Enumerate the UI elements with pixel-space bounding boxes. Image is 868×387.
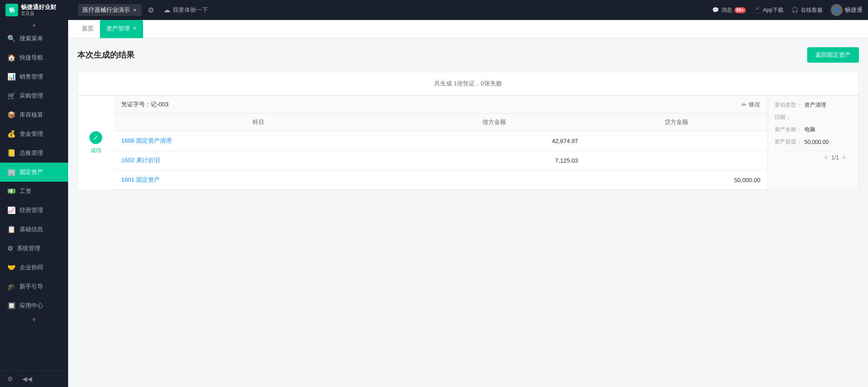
system-icon: ⚙ [7, 244, 13, 253]
sidebar-item-label: 企业协同 [20, 263, 43, 272]
basics-icon: 📋 [7, 225, 16, 233]
date-label: 日期： [774, 114, 791, 121]
debit-cell [403, 170, 585, 190]
sidebar: ▲ 🔍 搜索菜单 🏠 快捷导航 📊 销售管理 🛒 采购管理 📦 库存核算 💰 资… [0, 20, 68, 387]
next-page-icon[interactable]: > [843, 154, 846, 161]
sidebar-item-label: 新手引导 [20, 283, 43, 291]
debit-cell: 7,125.03 [403, 151, 585, 170]
pagination: < 1/1 > [774, 150, 852, 164]
asset-name-label: 资产名称： [774, 126, 802, 134]
credit-cell: 50,000.00 [585, 170, 768, 190]
sidebar-collapse-icon[interactable]: ◀◀ [22, 375, 32, 382]
table-row: 1602 累计折旧 7,125.03 [114, 151, 768, 170]
page-info: 1/1 [831, 154, 839, 161]
voucher-header: 凭证字号：记-003 ✏ 修改 [114, 96, 768, 114]
sidebar-item-label: 库存核算 [20, 111, 43, 119]
sidebar-item-basics[interactable]: 📋 基础信息 [0, 220, 68, 239]
sidebar-item-business[interactable]: 📈 经营管理 [0, 201, 68, 220]
sidebar-scroll-down[interactable]: ▼ [0, 315, 68, 324]
success-indicator: ✓ 成功 [78, 96, 114, 190]
change-type-label: 变动类型： [774, 101, 802, 109]
sidebar-item-fixed-assets[interactable]: 🏢 固定资产 [0, 163, 68, 182]
col-debit: 借方金额 [403, 114, 585, 131]
sidebar-item-system[interactable]: ⚙ 系统管理 [0, 239, 68, 258]
sidebar-item-coop[interactable]: 🤝 企业协同 [0, 258, 68, 277]
success-label: 成功 [90, 147, 101, 154]
account-link[interactable]: 1602 累计折旧 [121, 157, 160, 164]
sidebar-item-sales[interactable]: 📊 销售管理 [0, 67, 68, 86]
sidebar-settings-icon[interactable]: ⚙ [7, 375, 13, 382]
asset-name-value: 电脑 [804, 126, 815, 134]
sidebar-item-ledger[interactable]: 📒 总账管理 [0, 144, 68, 163]
ledger-icon: 📒 [7, 149, 16, 157]
sidebar-item-guide[interactable]: 🎓 新手引导 [0, 277, 68, 296]
tab-asset-mgmt-label: 资产管理 [106, 25, 130, 33]
sales-icon: 📊 [7, 73, 16, 81]
asset-value-label: 资产原值： [774, 138, 802, 146]
inventory-icon: 📦 [7, 111, 16, 119]
message-icon: 💬 [712, 7, 719, 13]
sidebar-item-label: 搜索菜单 [20, 35, 43, 43]
apps-icon: 🔲 [7, 302, 16, 310]
main-layout: ▲ 🔍 搜索菜单 🏠 快捷导航 📊 销售管理 🛒 采购管理 📦 库存核算 💰 资… [0, 20, 868, 387]
account-cell[interactable]: 1601 固定资产 [114, 170, 403, 190]
building-icon: 🏢 [7, 168, 16, 176]
account-cell[interactable]: 1602 累计折旧 [114, 151, 403, 170]
messages-button[interactable]: 💬 消息 99+ [712, 6, 746, 14]
business-icon: 📈 [7, 206, 16, 214]
summary-text: 共生成 1张凭证，0张失败 [434, 80, 501, 87]
notification-badge: 99+ [734, 7, 746, 13]
sidebar-item-inventory[interactable]: 📦 库存核算 [0, 105, 68, 124]
tab-bar: 首页 资产管理 ✕ [68, 20, 868, 38]
guide-icon: 🎓 [7, 283, 16, 291]
logo-name: 畅捷通好业财 [21, 4, 56, 11]
tab-asset-mgmt[interactable]: 资产管理 ✕ [100, 20, 143, 38]
sidebar-item-label: 工资 [20, 187, 31, 195]
change-type-row: 变动类型： 资产清理 [774, 101, 852, 109]
funds-icon: 💰 [7, 130, 16, 138]
sidebar-item-search[interactable]: 🔍 搜索菜单 [0, 29, 68, 48]
dropdown-arrow-icon: ▼ [133, 8, 137, 13]
edit-icon: ✏ [742, 101, 747, 108]
sidebar-item-funds[interactable]: 💰 资金管理 [0, 124, 68, 144]
sidebar-item-label: 采购管理 [20, 92, 43, 100]
voucher-table: 科目 借方金额 贷方金额 1606 固定资产清理 42,874.97 1602 … [114, 114, 768, 190]
sidebar-item-label: 快捷导航 [20, 54, 43, 62]
account-cell[interactable]: 1606 固定资产清理 [114, 131, 403, 151]
sidebar-item-quick-nav[interactable]: 🏠 快捷导航 [0, 48, 68, 67]
sidebar-item-apps[interactable]: 🔲 应用中心 [0, 296, 68, 315]
sidebar-item-label: 基础信息 [20, 225, 43, 233]
company-selector[interactable]: 医疗器械行业演示 ▼ [78, 4, 142, 16]
voucher-number: 凭证字号：记-003 [121, 100, 169, 109]
experience-button[interactable]: ☁ 我要体验一下 [164, 6, 208, 14]
edit-label: 修改 [749, 100, 760, 109]
sidebar-item-purchase[interactable]: 🛒 采购管理 [0, 86, 68, 105]
asset-value-row: 资产原值： 50,000.00 [774, 138, 852, 146]
avatar: 👤 [831, 4, 843, 16]
voucher-section: ✓ 成功 凭证字号：记-003 ✏ 修改 [78, 95, 858, 190]
cloud-icon: ☁ [164, 6, 170, 14]
tab-home[interactable]: 首页 [75, 20, 100, 38]
settings-icon[interactable]: ⚙ [144, 3, 158, 17]
back-to-fixed-assets-button[interactable]: 返回固定资产 [807, 47, 859, 63]
online-service-button[interactable]: 🎧 在线客服 [792, 6, 823, 14]
sidebar-item-label: 经营管理 [20, 206, 43, 214]
sidebar-item-payroll[interactable]: 💵 工资 [0, 182, 68, 201]
prev-page-icon[interactable]: < [824, 154, 828, 161]
sidebar-scroll-up[interactable]: ▲ [0, 20, 68, 29]
tab-close-icon[interactable]: ✕ [133, 25, 137, 31]
sidebar-item-label: 应用中心 [20, 302, 43, 310]
debit-cell: 42,874.97 [403, 131, 585, 151]
success-circle-icon: ✓ [89, 131, 102, 144]
table-row: 1606 固定资产清理 42,874.97 [114, 131, 768, 151]
result-panel: 共生成 1张凭证，0张失败 ✓ 成功 凭证字号：记-003 [77, 72, 859, 190]
user-area[interactable]: 👤 畅捷通 [831, 4, 863, 16]
app-download-button[interactable]: 📱 App下载 [754, 6, 784, 14]
edit-button[interactable]: ✏ 修改 [742, 100, 760, 109]
account-link[interactable]: 1606 固定资产清理 [121, 137, 172, 144]
sidebar-item-label: 销售管理 [20, 73, 43, 81]
asset-name-row: 资产名称： 电脑 [774, 126, 852, 134]
logo-icon: 畅 [5, 4, 18, 16]
table-row: 1601 固定资产 50,000.00 [114, 170, 768, 190]
account-link[interactable]: 1601 固定资产 [121, 176, 160, 183]
